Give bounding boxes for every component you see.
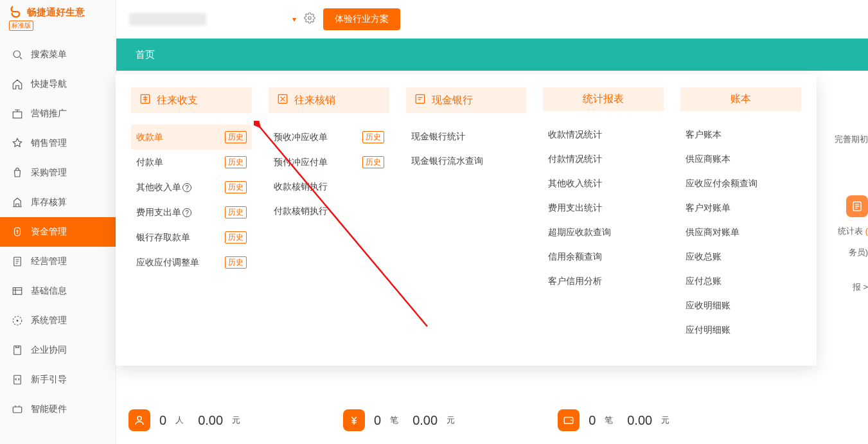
mega-item[interactable]: 其他收入统计	[543, 172, 664, 196]
stat-unit: 人	[175, 414, 184, 426]
mega-item[interactable]: 应收应付调整单历史	[131, 250, 252, 275]
mega-item[interactable]: 付款核销执行	[269, 199, 389, 224]
sidebar-item-label: 基础信息	[31, 285, 67, 297]
sidebar-item-3[interactable]: 销售管理	[0, 129, 116, 158]
sidebar-item-label: 智能硬件	[31, 404, 67, 415]
svg-rect-8	[13, 407, 22, 413]
svg-point-5	[17, 320, 19, 322]
mega-item[interactable]: 超期应收款查询	[543, 220, 664, 245]
sidebar-item-label: 新手引导	[31, 374, 67, 386]
sidebar-item-12[interactable]: 智能硬件	[0, 395, 116, 424]
mega-item[interactable]: 应付明细账	[680, 318, 801, 342]
history-tag[interactable]: 历史	[362, 131, 384, 143]
topbar: ▾ 体验行业方案	[116, 0, 868, 39]
column-icon	[139, 93, 152, 108]
mega-item[interactable]: 银行存取款单历史	[131, 225, 252, 250]
sidebar-item-10[interactable]: 企业协同	[0, 335, 116, 365]
mega-item-label: 预付冲应付单	[274, 157, 328, 168]
mega-item[interactable]: 收款单历史	[131, 125, 252, 150]
history-tag[interactable]: 历史	[225, 156, 247, 168]
mega-item[interactable]: 预收冲应收单历史	[269, 125, 389, 150]
mega-item-label: 收款单	[136, 132, 163, 143]
gear-icon[interactable]	[304, 12, 315, 26]
sidebar-item-9[interactable]: 系统管理	[0, 306, 116, 335]
mega-column-0: 往来收支收款单历史付款单历史其他收入单?历史费用支出单?历史银行存取款单历史应收…	[131, 87, 252, 342]
hint-line: 完善期初	[835, 129, 868, 150]
column-title: 往来核销	[294, 94, 335, 107]
mega-item-label: 应付总账	[686, 276, 722, 287]
mega-item[interactable]: 应收总账	[680, 245, 801, 269]
mega-item[interactable]: 客户对账单	[680, 196, 801, 220]
mega-item[interactable]: 客户信用分析	[543, 269, 664, 294]
mega-item[interactable]: 其他收入单?历史	[131, 175, 252, 200]
mega-item-label: 付款核销执行	[274, 206, 328, 217]
history-tag[interactable]: 历史	[225, 181, 247, 193]
mega-item[interactable]: 预付冲应付单历史	[269, 150, 389, 175]
sidebar-item-label: 经营管理	[31, 256, 67, 267]
mega-item-label: 费用支出统计	[548, 202, 602, 214]
mega-item-label: 供应商账本	[686, 154, 731, 165]
stat-value: 0.00	[198, 413, 223, 428]
org-selector[interactable]: ▾	[129, 13, 296, 26]
trial-button[interactable]: 体验行业方案	[323, 8, 400, 30]
mega-item-label: 收款情况统计	[548, 129, 602, 141]
column-icon	[414, 93, 427, 108]
mega-item-label: 付款单	[136, 157, 163, 168]
sidebar-item-11[interactable]: 新手引导	[0, 365, 116, 395]
mega-item[interactable]: 应付总账	[680, 269, 801, 294]
tab-bar: 首页	[116, 39, 868, 71]
column-title: 统计报表	[583, 93, 624, 106]
mega-item[interactable]: 费用支出统计	[543, 196, 664, 220]
mega-item-label: 其他收入单?	[136, 182, 191, 193]
column-title: 往来收支	[157, 94, 198, 107]
sidebar-item-4[interactable]: 采购管理	[0, 158, 116, 188]
mega-item[interactable]: 供应商对账单	[680, 220, 801, 245]
svg-rect-3	[13, 288, 22, 295]
history-tag[interactable]: 历史	[362, 156, 384, 168]
mega-item[interactable]: 费用支出单?历史	[131, 200, 252, 225]
mega-item-label: 客户对账单	[686, 202, 731, 214]
brand-logo-icon	[9, 5, 23, 19]
history-tag[interactable]: 历史	[225, 256, 247, 269]
mega-item[interactable]: 收款情况统计	[543, 123, 664, 147]
mega-item[interactable]: 应收明细账	[680, 294, 801, 318]
help-icon: ?	[182, 208, 191, 217]
sidebar-item-5[interactable]: 库存核算	[0, 188, 116, 217]
mega-item-label: 信用余额查询	[548, 251, 602, 263]
mega-item[interactable]: 现金银行统计	[406, 125, 527, 149]
sidebar-item-6[interactable]: 资金管理	[0, 217, 116, 247]
stat-deals-2: 0笔 0.00元	[558, 409, 669, 431]
tab-home[interactable]: 首页	[127, 49, 164, 61]
history-tag[interactable]: 历史	[225, 131, 247, 143]
history-tag[interactable]: 历史	[225, 231, 247, 244]
mega-item[interactable]: 应收应付余额查询	[680, 172, 801, 196]
sidebar-item-0[interactable]: 搜索菜单	[0, 40, 116, 69]
mega-item-label: 应收应付调整单	[136, 257, 199, 269]
mega-item-label: 客户账本	[686, 129, 722, 141]
mega-item-label: 现金银行统计	[411, 131, 465, 143]
sidebar-item-7[interactable]: 经营管理	[0, 247, 116, 276]
report-icon	[846, 195, 868, 217]
mega-column-4: 账本客户账本供应商账本应收应付余额查询客户对账单供应商对账单应收总账应付总账应收…	[680, 87, 801, 342]
mega-item-label: 银行存取款单	[136, 232, 190, 244]
mega-item[interactable]: 信用余额查询	[543, 245, 664, 269]
edition-badge: 标准版	[9, 21, 33, 31]
mega-item[interactable]: 供应商账本	[680, 147, 801, 172]
sidebar-item-8[interactable]: 基础信息	[0, 276, 116, 306]
mega-item[interactable]: 付款单历史	[131, 150, 252, 175]
stat-value: 0.00	[412, 413, 438, 428]
mega-item[interactable]: 收款核销执行	[269, 175, 389, 199]
mega-item-label: 超期应收款查询	[548, 227, 611, 238]
stat-number: 0	[589, 413, 596, 428]
mega-item[interactable]: 客户账本	[680, 123, 801, 147]
mega-item[interactable]: 付款情况统计	[543, 147, 664, 172]
mega-item-label: 其他收入统计	[548, 178, 602, 190]
sidebar-item-label: 采购管理	[31, 167, 67, 179]
stat-deals-1: 0笔 0.00元	[343, 409, 455, 431]
mega-item[interactable]: 现金银行流水查询	[406, 149, 527, 173]
mega-column-3: 统计报表收款情况统计付款情况统计其他收入统计费用支出统计超期应收款查询信用余额查…	[543, 87, 664, 342]
history-tag[interactable]: 历史	[225, 206, 247, 218]
svg-point-9	[308, 17, 312, 20]
sidebar-item-1[interactable]: 快捷导航	[0, 69, 116, 99]
sidebar-item-2[interactable]: 营销推广	[0, 99, 116, 129]
